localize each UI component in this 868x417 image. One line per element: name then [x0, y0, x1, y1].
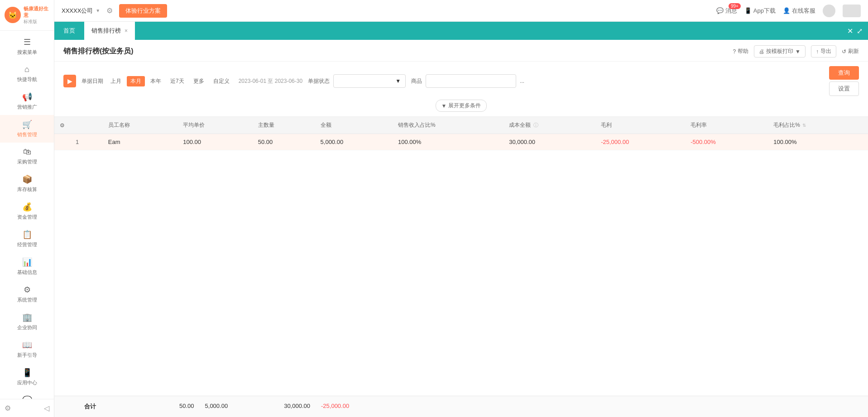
expand-label: 展开更多条件	[448, 102, 481, 110]
app-download-btn[interactable]: 📱 App下载	[744, 7, 776, 15]
search-icon: ☰	[24, 37, 31, 47]
topbar: XXXXX公司 ▼ ⚙ 体验行业方案 💬 消息 99+ 📱 App下载 👤 在线…	[54, 0, 868, 22]
gear-icon[interactable]: ⚙	[106, 6, 113, 15]
tab-sales-rank[interactable]: 销售排行榜 ×	[84, 22, 135, 40]
sidebar-item-purchase[interactable]: 🛍 采购管理	[0, 143, 54, 170]
refresh-btn[interactable]: ↺ 刷新	[842, 48, 859, 55]
goods-more-btn[interactable]: ...	[520, 78, 524, 84]
export-btn[interactable]: ↑ 导出	[811, 45, 836, 58]
date-option-7days[interactable]: 近7天	[167, 76, 188, 86]
export-icon: ↑	[816, 48, 819, 55]
th-cost: 成本全额 ⓘ	[504, 117, 595, 134]
print-chevron-icon: ▼	[795, 48, 801, 55]
service-label: 在线客服	[792, 7, 815, 15]
footer-amount: 5,000.00	[200, 401, 234, 412]
help-btn[interactable]: ? 帮助	[733, 48, 748, 55]
query-btn[interactable]: 查询	[829, 66, 859, 80]
status-chevron-icon: ▼	[395, 78, 401, 84]
cost-info-icon[interactable]: ⓘ	[533, 122, 538, 128]
table-footer: 合计 50.00 5,000.00 30,000.00 -25,000.00	[54, 396, 868, 417]
sidebar-item-label: 销售管理	[17, 131, 37, 138]
sidebar-item-sales[interactable]: 🛒 销售管理	[0, 115, 54, 143]
collapse-sidebar-btn[interactable]: ◁	[44, 404, 49, 412]
trial-button[interactable]: 体验行业方案	[119, 4, 167, 18]
td-settings	[54, 134, 70, 150]
td-cost: 30,000.00	[504, 134, 595, 150]
avatar[interactable]	[823, 5, 835, 17]
sidebar-item-search[interactable]: ☰ 搜索菜单	[0, 33, 54, 60]
sidebar-item-apps[interactable]: 📱 应用中心	[0, 363, 54, 391]
help-icon: ?	[733, 48, 736, 55]
tab-close-window-icon[interactable]: ✕	[847, 27, 853, 35]
sidebar-item-quicknav[interactable]: ⌂ 快捷导航	[0, 60, 54, 87]
date-option-more[interactable]: 更多	[190, 76, 208, 86]
table-body: 1 Eam 100.00 50.00 5,000.00 100.00% 30,0…	[54, 134, 868, 150]
th-settings[interactable]: ⚙	[54, 117, 70, 134]
td-rank: 1	[70, 134, 103, 150]
date-option-custom[interactable]: 自定义	[210, 76, 233, 86]
sidebar-item-label: 系统管理	[17, 297, 37, 303]
service-btn[interactable]: 👤 在线客服	[783, 7, 815, 15]
date-filter-group: 单据日期 上月 本月 本年 近7天 更多 自定义 2023-06-01 至 20…	[82, 76, 302, 86]
tab-home[interactable]: 首页	[54, 22, 84, 40]
main-area: XXXXX公司 ▼ ⚙ 体验行业方案 💬 消息 99+ 📱 App下载 👤 在线…	[54, 0, 868, 417]
th-gross-pct: 毛利占比% ⇅	[768, 117, 868, 134]
print-btn[interactable]: 🖨 按模板打印 ▼	[754, 45, 806, 58]
th-name: 员工名称	[103, 117, 177, 134]
company-name: XXXXX公司	[62, 7, 93, 15]
date-range-text: 2023-06-01 至 2023-06-30	[239, 77, 302, 85]
goods-select[interactable]	[426, 74, 516, 88]
inventory-icon: 📦	[22, 174, 32, 184]
sidebar-item-wechat[interactable]: 💬 企业微信	[0, 391, 54, 399]
sidebar-item-base[interactable]: 📊 基础信息	[0, 253, 54, 280]
date-filter-label: 单据日期	[82, 77, 103, 85]
sidebar-item-system[interactable]: ⚙ 系统管理	[0, 280, 54, 308]
tabbar: 首页 销售排行榜 × ✕ ⤢	[54, 22, 868, 40]
settings-footer-btn[interactable]: ⚙	[5, 404, 11, 412]
footer-gross: -25,000.00	[316, 401, 355, 412]
active-tab-label: 销售排行榜	[91, 27, 121, 35]
footer-total-label: 合计	[79, 401, 101, 412]
expand-more-btn[interactable]: ▼ 展开更多条件	[436, 100, 487, 112]
sidebar-item-management[interactable]: 📋 经营管理	[0, 225, 54, 253]
td-gross-rate: -500.00%	[685, 134, 768, 150]
th-avg-price: 平均单价	[177, 117, 252, 134]
th-gross: 毛利	[595, 117, 685, 134]
sidebar-item-guide[interactable]: 📖 新手引导	[0, 336, 54, 363]
header-actions: ? 帮助 🖨 按模板打印 ▼ ↑ 导出 ↺ 刷新	[733, 45, 859, 58]
status-filter-group: 单据状态 ▼	[308, 74, 406, 88]
date-option-this-year[interactable]: 本年	[147, 76, 165, 86]
app-icon: 📱	[744, 7, 752, 14]
service-icon: 👤	[783, 7, 790, 14]
setting-btn[interactable]: 设置	[829, 81, 859, 96]
logo-sub: 标准版	[24, 19, 49, 25]
status-select[interactable]: ▼	[333, 74, 406, 88]
msg-btn[interactable]: 💬 消息 99+	[716, 7, 737, 15]
sidebar-item-marketing[interactable]: 📢 营销推广	[0, 87, 54, 115]
sidebar-item-enterprise[interactable]: 🏢 企业协同	[0, 308, 54, 336]
expand-more-row: ▼ 展开更多条件	[63, 100, 859, 112]
msg-icon: 💬	[716, 7, 724, 14]
tab-close-icon[interactable]: ×	[125, 28, 128, 34]
sidebar-item-inventory[interactable]: 📦 库存核算	[0, 170, 54, 197]
sidebar-item-label: 库存核算	[17, 186, 37, 193]
td-sales-pct: 100.00%	[393, 134, 504, 150]
sidebar-footer: ⚙ ◁	[0, 399, 54, 417]
date-option-last-month[interactable]: 上月	[107, 76, 125, 86]
gross-pct-sort-icon[interactable]: ⇅	[802, 123, 806, 128]
guide-icon: 📖	[22, 340, 32, 350]
management-icon: 📋	[22, 230, 32, 240]
footer-avg-empty	[138, 401, 174, 412]
td-avg-price: 100.00	[177, 134, 252, 150]
filter-toggle-btn[interactable]: ▶	[63, 75, 76, 87]
sidebar-item-finance[interactable]: 💰 资金管理	[0, 197, 54, 225]
sales-icon: 🛒	[22, 120, 32, 129]
logo-text: 畅康通好生意	[24, 5, 49, 19]
footer-qty: 50.00	[174, 401, 200, 412]
logo-area: 🐱 畅康通好生意 标准版	[0, 0, 54, 31]
date-option-this-month[interactable]: 本月	[127, 76, 145, 86]
company-selector[interactable]: XXXXX公司 ▼	[62, 7, 100, 15]
table-row: 1 Eam 100.00 50.00 5,000.00 100.00% 30,0…	[54, 134, 868, 150]
tab-fullscreen-icon[interactable]: ⤢	[857, 27, 863, 35]
page-content: 销售排行榜(按业务员) ? 帮助 🖨 按模板打印 ▼ ↑ 导出 ↺ 刷新	[54, 40, 868, 417]
